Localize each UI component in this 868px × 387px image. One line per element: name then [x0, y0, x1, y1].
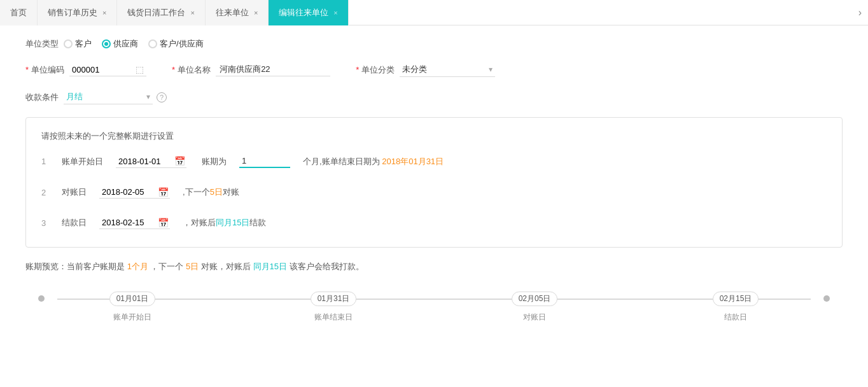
timeline-badge-3: 02月05日	[512, 292, 558, 306]
unit-category-value: 未分类	[402, 64, 486, 75]
row-label-2: 对账日	[62, 186, 87, 198]
data-row-3: 3 结款日 📅 ，对账后同月15日结款	[41, 216, 827, 229]
tab-home[interactable]: 首页	[0, 0, 38, 25]
end-date-1: 2018年01月31日	[382, 157, 444, 166]
preview-part2: 5日	[186, 262, 199, 271]
tab-close-cash[interactable]: ×	[190, 9, 194, 17]
period-label-1: 账期为	[202, 156, 227, 167]
unit-code-required: *	[25, 65, 29, 74]
unit-name-label: 单位名称	[178, 64, 211, 76]
copy-icon[interactable]: ⬚	[133, 64, 146, 74]
timeline-badge-1: 01月01日	[109, 292, 156, 306]
date-input-3: 📅	[99, 216, 170, 229]
timeline-label-3: 对账日	[523, 312, 546, 323]
tab-bar: 首页 销售订单历史 × 钱货日清工作台 × 往来单位 × 编辑往来单位 × ›	[0, 0, 868, 25]
unit-code-label: 单位编码	[31, 64, 64, 76]
payment-field: 收款条件 月结 ▾ ?	[25, 90, 167, 104]
timeline-node-3: 02月05日 对账日	[512, 289, 558, 323]
timeline-badge-2: 01月31日	[311, 292, 357, 306]
preview-text: 账期预览：当前客户账期是 1个月 ，下一个 5日 对账，对账后 同月15日 该客…	[25, 260, 843, 274]
payment-help-icon[interactable]: ?	[157, 92, 167, 102]
radio-customer[interactable]: 客户	[64, 38, 92, 50]
date-field-1[interactable]	[116, 155, 173, 167]
section-box: 请按照未来的一个完整帐期进行设置 1 账单开始日 📅 账期为 个月,账单结束日期…	[25, 117, 843, 248]
period-input-wrap	[239, 155, 290, 168]
unit-name-field: * 单位名称	[172, 64, 330, 76]
radio-group: 客户 供应商 客户/供应商	[64, 38, 204, 50]
data-row-1: 1 账单开始日 📅 账期为 个月,账单结束日期为 2018年01月31日	[41, 155, 827, 168]
payment-select[interactable]: 月结 ▾	[64, 90, 153, 104]
tab-edit-partner[interactable]: 编辑往来单位 ×	[269, 0, 348, 25]
timeline-badge-4: 02月15日	[713, 292, 759, 306]
timeline-node-2: 01月31日 账单结束日	[311, 289, 357, 323]
timeline-start-dot	[38, 295, 45, 302]
dot-end	[823, 295, 830, 302]
tab-sales-history[interactable]: 销售订单历史 ×	[38, 0, 117, 25]
unit-category-required: *	[356, 65, 359, 74]
unit-type-label: 单位类型	[25, 38, 59, 50]
radio-circle-both	[148, 39, 157, 48]
unit-type-field: 单位类型 客户 供应商 客户/供应商	[25, 38, 204, 50]
unit-code-field: * 单位编码 ⬚	[25, 64, 146, 76]
timeline-label-2: 账单结束日	[314, 312, 353, 323]
timeline-node-1: 01月01日 账单开始日	[109, 289, 156, 323]
timeline-end-dot	[823, 295, 830, 302]
timeline-inner: 01月01日 账单开始日 01月31日 账单结束日 02月05日 对账日	[32, 289, 836, 323]
unit-category-field: * 单位分类 未分类 ▾	[356, 62, 495, 77]
timeline-nodes: 01月01日 账单开始日 01月31日 账单结束日 02月05日 对账日	[32, 289, 836, 323]
period-unit-1: 个月,账单结束日期为 2018年01月31日	[303, 156, 444, 167]
preview-part1: 1个月	[127, 262, 148, 271]
row-desc-2: ,下一个5日对账	[183, 186, 239, 198]
cal-icon-1[interactable]: 📅	[173, 156, 186, 166]
data-row-2: 2 对账日 📅 ,下一个5日对账	[41, 186, 827, 199]
date-input-1: 📅	[116, 155, 186, 168]
row-label-3: 结款日	[62, 217, 87, 229]
row-num-2: 2	[41, 188, 54, 197]
radio-circle-customer	[64, 39, 73, 48]
unit-name-input[interactable]	[216, 64, 330, 76]
payment-value: 月结	[66, 91, 144, 102]
tab-partner[interactable]: 往来单位 ×	[206, 0, 269, 25]
highlight-3: 同月15日	[216, 218, 249, 227]
row-num-1: 1	[41, 157, 54, 166]
row-label-1: 账单开始日	[62, 156, 103, 167]
radio-circle-supplier	[102, 39, 111, 48]
dot-start	[38, 295, 45, 302]
radio-supplier[interactable]: 供应商	[102, 38, 138, 50]
highlight-2: 5日	[210, 187, 223, 197]
date-field-3[interactable]	[99, 216, 157, 229]
tab-close-sales[interactable]: ×	[102, 9, 106, 17]
timeline-node-4: 02月15日 结款日	[713, 289, 759, 323]
unit-category-select[interactable]: 未分类 ▾	[400, 62, 495, 77]
main-content: 单位类型 客户 供应商 客户/供应商 * 单位编码	[0, 25, 868, 387]
unit-code-input-wrap: ⬚	[69, 64, 146, 76]
row-num-3: 3	[41, 218, 54, 228]
payment-row: 收款条件 月结 ▾ ?	[25, 90, 843, 104]
payment-label: 收款条件	[25, 92, 59, 103]
unit-category-arrow: ▾	[489, 65, 493, 74]
radio-both[interactable]: 客户/供应商	[148, 38, 204, 50]
timeline-label-4: 结款日	[724, 312, 747, 323]
unit-name-required: *	[172, 65, 175, 74]
tab-close-edit-partner[interactable]: ×	[333, 9, 337, 17]
unit-category-label: 单位分类	[361, 64, 395, 76]
period-input[interactable]	[239, 155, 290, 167]
date-input-2: 📅	[99, 186, 170, 199]
timeline-container: 01月01日 账单开始日 01月31日 账单结束日 02月05日 对账日	[25, 289, 843, 323]
section-title: 请按照未来的一个完整帐期进行设置	[41, 130, 827, 142]
timeline-label-1: 账单开始日	[113, 312, 151, 323]
preview-part3: 同月15日	[253, 262, 287, 271]
unit-type-row: 单位类型 客户 供应商 客户/供应商	[25, 38, 843, 50]
cal-icon-3[interactable]: 📅	[157, 218, 170, 228]
row-desc-3: ，对账后同月15日结款	[183, 217, 266, 229]
unit-info-row: * 单位编码 ⬚ * 单位名称 * 单位分类 未分类 ▾	[25, 62, 843, 77]
tab-more-button[interactable]: ›	[852, 7, 868, 18]
payment-arrow: ▾	[146, 92, 150, 101]
date-field-2[interactable]	[99, 186, 157, 198]
cal-icon-2[interactable]: 📅	[157, 187, 170, 197]
unit-code-input[interactable]	[69, 64, 133, 76]
tab-cash-work[interactable]: 钱货日清工作台 ×	[117, 0, 205, 25]
tab-close-partner[interactable]: ×	[254, 9, 258, 17]
